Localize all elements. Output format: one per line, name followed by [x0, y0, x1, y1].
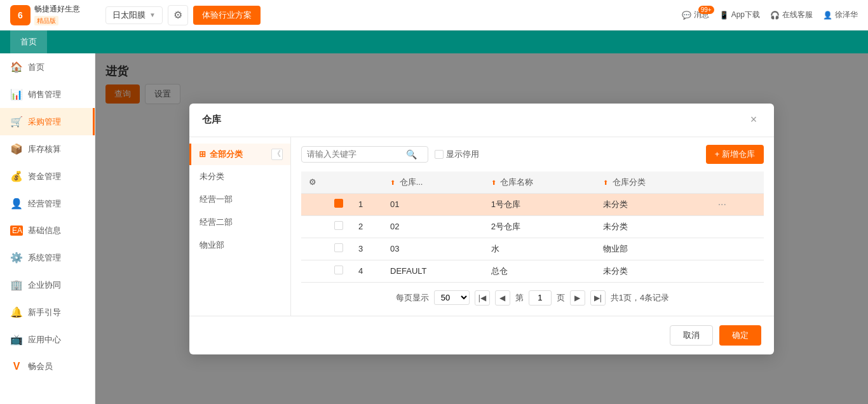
- page-input[interactable]: [529, 290, 552, 306]
- cell-checkbox[interactable]: [327, 238, 351, 260]
- cell-actions: [708, 215, 764, 238]
- next-page-button[interactable]: ▶: [570, 290, 585, 306]
- th-category[interactable]: ⬆ 仓库分类: [595, 172, 707, 194]
- sidebar-item-vip[interactable]: V 畅会员: [0, 353, 95, 380]
- add-warehouse-button[interactable]: + 新增仓库: [706, 145, 764, 164]
- cell-code: 02: [383, 215, 484, 238]
- logo-area: 6 畅捷通好生意 精品版: [10, 4, 105, 25]
- tab-home[interactable]: 首页: [10, 30, 47, 53]
- warehouse-table: ⚙ ⬆ 仓库... ⬆ 仓库名称: [301, 172, 764, 283]
- sidebar-item-finance[interactable]: 💰 资金管理: [0, 163, 95, 190]
- warehouse-modal: 仓库 × ⊞ 全部分类 《: [189, 104, 774, 354]
- cell-checkbox[interactable]: [327, 215, 351, 238]
- all-categories-label: ⊞ 全部分类: [199, 149, 243, 160]
- cell-code: 03: [383, 238, 484, 260]
- first-page-button[interactable]: |◀: [475, 290, 490, 306]
- cell-code: DEFAULT: [383, 260, 484, 282]
- phone-icon: 📱: [719, 11, 729, 20]
- cell-actions: [708, 238, 764, 260]
- row-checkbox[interactable]: [334, 199, 343, 208]
- show-disabled-checkbox[interactable]: [435, 150, 444, 159]
- vip-icon: V: [10, 361, 23, 372]
- row-checkbox[interactable]: [334, 266, 343, 274]
- all-categories-header[interactable]: ⊞ 全部分类 《: [189, 144, 290, 165]
- finance-icon: 💰: [10, 170, 23, 182]
- sidebar-item-home[interactable]: 🏠 首页: [0, 53, 95, 81]
- header-middle: 日太阳膜 ▼ ⚙ 体验行业方案: [105, 5, 682, 25]
- cell-name: 1号仓库: [484, 193, 595, 215]
- th-name[interactable]: ⬆ 仓库名称: [484, 172, 595, 194]
- settings-icon-btn[interactable]: ⚙: [168, 5, 188, 25]
- row-checkbox[interactable]: [334, 243, 343, 252]
- sort-icon-name: ⬆: [491, 179, 496, 186]
- sidebar-item-sales[interactable]: 📊 销售管理: [0, 81, 95, 108]
- system-icon: ⚙️: [10, 252, 23, 264]
- category-item-dept2[interactable]: 经营二部: [189, 211, 290, 234]
- show-disabled-toggle[interactable]: 显示停用: [435, 149, 479, 160]
- sort-icon-category: ⬆: [603, 179, 608, 186]
- search-box[interactable]: 🔍: [301, 146, 428, 163]
- modal-title: 仓库: [202, 114, 221, 126]
- last-page-button[interactable]: ▶|: [590, 290, 606, 306]
- row-checkbox[interactable]: [334, 221, 343, 230]
- cell-name: 总仓: [484, 260, 595, 282]
- cell-num: 4: [351, 260, 383, 282]
- online-service-item[interactable]: 🎧 在线客服: [770, 10, 813, 20]
- cancel-button[interactable]: 取消: [670, 325, 713, 346]
- category-item-property[interactable]: 物业部: [189, 234, 290, 257]
- sidebar-item-basics[interactable]: EA 基础信息: [0, 217, 95, 244]
- nav-tabs: 首页: [0, 30, 868, 53]
- table-header-row: ⚙ ⬆ 仓库... ⬆ 仓库名称: [301, 172, 764, 194]
- logo-text: 畅捷通好生意 精品版: [34, 4, 80, 25]
- top-header: 6 畅捷通好生意 精品版 日太阳膜 ▼ ⚙ 体验行业方案 💬 消息 99+ 📱 …: [0, 0, 868, 30]
- confirm-button[interactable]: 确定: [719, 325, 761, 346]
- search-icon: 🔍: [406, 149, 417, 159]
- cell-category: 未分类: [595, 260, 707, 282]
- table-row[interactable]: 2 02 2号仓库 未分类: [301, 215, 764, 238]
- user-profile-item[interactable]: 👤 徐泽华: [823, 10, 858, 20]
- search-input[interactable]: [307, 149, 402, 159]
- sidebar-item-purchase[interactable]: 🛒 采购管理: [0, 108, 95, 135]
- cell-category: 物业部: [595, 238, 707, 260]
- operations-icon: 👤: [10, 198, 23, 210]
- prev-page-button[interactable]: ◀: [495, 290, 510, 306]
- cell-num: 2: [351, 215, 383, 238]
- table-row[interactable]: 1 01 1号仓库 未分类 ···: [301, 193, 764, 215]
- app-download-item[interactable]: 📱 App下载: [719, 10, 760, 20]
- sidebar-item-inventory[interactable]: 📦 库存核算: [0, 135, 95, 163]
- table-panel: 🔍 显示停用 + 新增仓库 ⚙: [291, 137, 774, 316]
- th-code[interactable]: ⬆ 仓库...: [383, 172, 484, 194]
- sidebar-item-guide[interactable]: 🔔 新手引导: [0, 299, 95, 326]
- cell-checkbox[interactable]: [327, 193, 351, 215]
- collapse-button[interactable]: 《: [271, 149, 283, 160]
- sidebar-item-operations[interactable]: 👤 经营管理: [0, 190, 95, 217]
- cell-gear: [301, 215, 327, 238]
- category-item-dept1[interactable]: 经营一部: [189, 188, 290, 211]
- branch-selector[interactable]: 日太阳膜 ▼: [105, 6, 163, 24]
- sidebar-item-system[interactable]: ⚙️ 系统管理: [0, 244, 95, 271]
- category-item-unclassified[interactable]: 未分类: [189, 165, 290, 188]
- header-right: 💬 消息 99+ 📱 App下载 🎧 在线客服 👤 徐泽华: [682, 10, 858, 20]
- cell-gear: [301, 260, 327, 282]
- notifications-item[interactable]: 💬 消息 99+: [682, 10, 709, 20]
- sidebar: 🏠 首页 📊 销售管理 🛒 采购管理 📦 库存核算 💰 资金管理 👤 经营管理 …: [0, 53, 95, 404]
- dropdown-arrow-icon: ▼: [149, 11, 156, 18]
- modal-overlay: 仓库 × ⊞ 全部分类 《: [95, 53, 868, 404]
- table-row[interactable]: 3 03 水 物业部: [301, 238, 764, 260]
- avatar: 👤: [823, 11, 832, 20]
- table-row[interactable]: 4 DEFAULT 总仓 未分类: [301, 260, 764, 282]
- trial-button[interactable]: 体验行业方案: [193, 6, 261, 25]
- th-num: [351, 172, 383, 194]
- page-size-select[interactable]: 50 100 200: [434, 290, 470, 305]
- category-panel: ⊞ 全部分类 《 未分类 经营一部 经营二部: [189, 137, 291, 316]
- modal-close-button[interactable]: ×: [746, 112, 761, 128]
- home-icon: 🏠: [10, 61, 23, 73]
- row-actions-btn[interactable]: ···: [715, 199, 756, 210]
- sales-icon: 📊: [10, 88, 23, 100]
- sidebar-item-apps[interactable]: 📺 应用中心: [0, 326, 95, 353]
- cell-checkbox[interactable]: [327, 260, 351, 282]
- main-layout: 🏠 首页 📊 销售管理 🛒 采购管理 📦 库存核算 💰 资金管理 👤 经营管理 …: [0, 53, 868, 404]
- sidebar-item-enterprise[interactable]: 🏢 企业协同: [0, 271, 95, 299]
- cell-name: 2号仓库: [484, 215, 595, 238]
- modal-footer: 取消 确定: [189, 316, 774, 354]
